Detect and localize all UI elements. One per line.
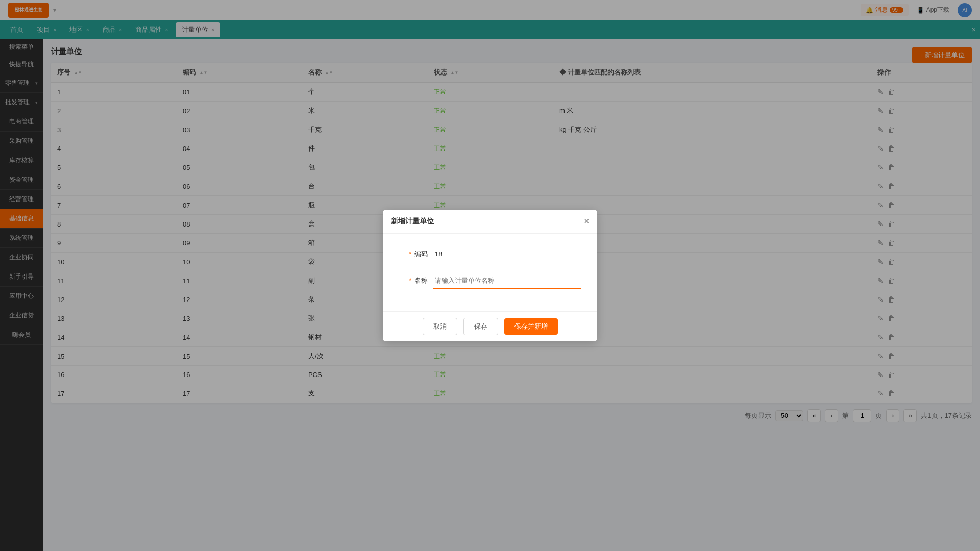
code-input[interactable] [433,246,581,262]
name-input[interactable] [433,272,581,289]
code-label: * 编码 [399,249,428,259]
name-required-mark: * [409,277,411,284]
cancel-button[interactable]: 取消 [423,318,457,335]
code-label-text: 编码 [414,250,428,258]
modal-close-button[interactable]: × [584,217,589,226]
save-button[interactable]: 保存 [463,318,498,335]
modal-footer: 取消 保存 保存并新增 [383,311,597,341]
modal-overlay: 新增计量单位 × * 编码 * 名称 取消 保存 保存并新增 [0,0,980,551]
code-required-mark: * [409,250,411,258]
code-form-row: * 编码 [399,246,581,262]
modal-add-unit: 新增计量单位 × * 编码 * 名称 取消 保存 保存并新增 [383,210,597,341]
name-label-text: 名称 [414,277,428,284]
name-label: * 名称 [399,276,428,285]
modal-title: 新增计量单位 [391,217,434,226]
save-new-button[interactable]: 保存并新增 [504,318,558,335]
modal-body: * 编码 * 名称 [383,234,597,311]
name-form-row: * 名称 [399,272,581,289]
modal-header: 新增计量单位 × [383,210,597,234]
